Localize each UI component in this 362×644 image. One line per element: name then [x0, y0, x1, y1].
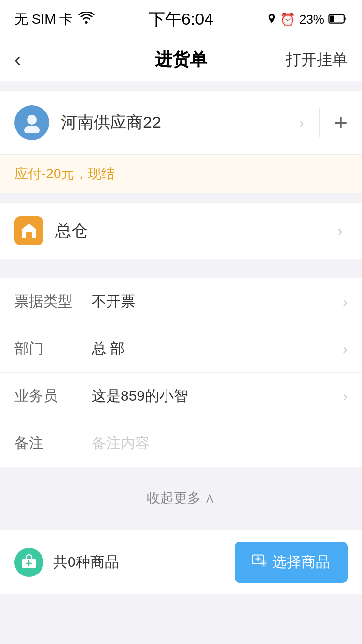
battery-icon: [328, 12, 348, 27]
product-icon: [14, 548, 43, 577]
gap-1: [0, 81, 362, 91]
remark-placeholder: 备注内容: [92, 434, 348, 453]
body-fill: [0, 594, 362, 644]
gap-3: [0, 259, 362, 268]
department-row[interactable]: 部门 总 部 ›: [0, 325, 362, 373]
wifi-icon: [78, 12, 95, 27]
supplier-card: 河南供应商22 › + 应付-20元，现结: [0, 91, 362, 193]
alarm-icon: ⏰: [280, 12, 295, 27]
salesman-chevron-icon: ›: [343, 388, 348, 405]
status-bar-right: ⏰ 23%: [267, 12, 348, 27]
warehouse-row[interactable]: 总仓 ›: [0, 203, 362, 259]
salesman-label: 业务员: [14, 386, 82, 406]
remark-label: 备注: [14, 434, 82, 453]
supplier-avatar: [14, 105, 49, 140]
department-chevron-icon: ›: [343, 341, 348, 357]
salesman-value: 这是859的小智: [92, 386, 343, 406]
select-btn-label: 选择商品: [272, 552, 330, 572]
select-product-icon: [252, 554, 267, 570]
status-bar-left: 无 SIM 卡: [14, 10, 95, 28]
page-title: 进货单: [155, 48, 207, 71]
collapse-label: 收起更多 ∧: [147, 490, 216, 505]
invoice-value: 不开票: [92, 292, 343, 311]
vertical-divider: [319, 108, 320, 137]
svg-rect-1: [330, 15, 334, 22]
remark-row[interactable]: 备注 备注内容: [0, 420, 362, 467]
svg-marker-5: [21, 224, 37, 230]
status-bar: 无 SIM 卡 下午6:04 ⏰ 23%: [0, 0, 362, 39]
invoice-chevron-icon: ›: [343, 294, 348, 310]
svg-rect-6: [26, 232, 32, 238]
invoice-row[interactable]: 票据类型 不开票 ›: [0, 278, 362, 325]
battery-label: 23%: [299, 12, 324, 27]
select-product-button[interactable]: 选择商品: [235, 542, 348, 583]
supplier-notice: 应付-20元，现结: [0, 155, 362, 193]
collapse-button[interactable]: 收起更多 ∧: [0, 476, 362, 520]
svg-point-2: [27, 115, 37, 125]
department-label: 部门: [14, 339, 82, 359]
bottom-bar: 共0种商品 选择商品: [0, 530, 362, 594]
location-icon: [267, 12, 276, 27]
product-count: 共0种商品: [53, 552, 235, 572]
supplier-name: 河南供应商22: [61, 112, 299, 134]
department-value: 总 部: [92, 339, 343, 359]
form-section: 票据类型 不开票 › 部门 总 部 › 业务员 这是859的小智 › 备注 备注…: [0, 278, 362, 467]
warehouse-icon: [14, 216, 43, 245]
carrier-label: 无 SIM 卡: [14, 10, 73, 28]
invoice-label: 票据类型: [14, 292, 82, 311]
content-area: 河南供应商22 › + 应付-20元，现结 总仓 › 票据类型 不开票: [0, 81, 362, 644]
svg-point-3: [24, 126, 40, 133]
add-button[interactable]: +: [334, 111, 348, 134]
back-button[interactable]: ‹: [14, 49, 43, 70]
nav-bar: ‹ 进货单 打开挂单: [0, 39, 362, 81]
supplier-row[interactable]: 河南供应商22 › +: [0, 91, 362, 155]
warehouse-name: 总仓: [55, 220, 337, 242]
status-bar-time: 下午6:04: [149, 8, 213, 30]
warehouse-card[interactable]: 总仓 ›: [0, 203, 362, 259]
warehouse-chevron-icon: ›: [337, 222, 343, 240]
gap-2: [0, 193, 362, 203]
salesman-row[interactable]: 业务员 这是859的小智 ›: [0, 373, 362, 420]
open-pending-button[interactable]: 打开挂单: [286, 49, 348, 70]
supplier-chevron-icon: ›: [299, 114, 304, 132]
